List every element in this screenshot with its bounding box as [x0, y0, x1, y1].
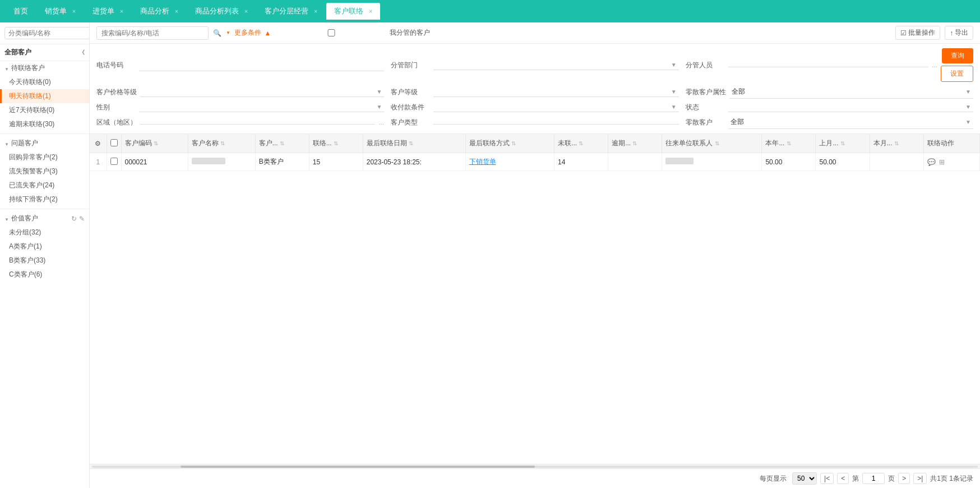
sidebar-search-input[interactable]	[4, 27, 90, 39]
filter-customer-type-select[interactable]	[433, 121, 678, 125]
page-next-btn[interactable]: >	[898, 473, 910, 484]
sidebar-lost-customers[interactable]: 已流失客户(24)	[0, 178, 89, 192]
filter-payment-select[interactable]: ▼	[433, 102, 678, 112]
more-filters-btn[interactable]: 更多条件 ▲	[226, 28, 271, 38]
sidebar-7day-contact[interactable]: 近7天待联络(0)	[0, 103, 89, 117]
main-layout: 🔍 全部客户 《 待联络客户 今天待联络(0) 明天待联络(1) 近7天待联络(…	[0, 22, 980, 488]
col-contact-label: 联络...	[313, 139, 332, 147]
col-code[interactable]: 客户编码 ⇅	[121, 134, 188, 153]
my-customers-checkbox-label[interactable]: 我分管的客户	[275, 28, 430, 38]
nav-product-analysis-close[interactable]: ×	[175, 8, 178, 15]
sidebar-tomorrow-contact[interactable]: 明天待联络(1)	[0, 89, 89, 103]
nav-product-analysis-list[interactable]: 商品分析列表 ×	[187, 3, 256, 20]
col-last-date[interactable]: 最后联络日期 ⇅	[363, 134, 465, 153]
filter-region-select[interactable]	[140, 121, 375, 125]
filter-gender-select[interactable]: ▼	[139, 102, 384, 112]
horizontal-scrollbar[interactable]	[90, 464, 980, 468]
col-last-method[interactable]: 最后联络方式 ⇅	[465, 134, 554, 153]
col-action[interactable]: 联络动作	[923, 134, 979, 153]
page-first-btn[interactable]: |<	[820, 473, 834, 484]
scrollbar-thumb[interactable]	[181, 466, 535, 468]
filter-customer-level-select[interactable]: ▼	[433, 87, 678, 97]
value-group-icon-edit[interactable]: ✎	[79, 215, 85, 223]
sidebar-loss-warning[interactable]: 流失预警客户(3)	[0, 164, 89, 178]
row-contacts	[662, 153, 762, 171]
export-btn[interactable]: ↑ 导出	[945, 26, 973, 40]
filter-retail-customer-select[interactable]: 全部 ▼	[728, 116, 973, 129]
col-gear[interactable]: ⚙	[90, 134, 107, 153]
nav-tier-close[interactable]: ×	[314, 8, 317, 15]
select-all-checkbox[interactable]	[110, 139, 118, 146]
nav-home[interactable]: 首页	[6, 3, 36, 20]
col-contact[interactable]: 联络... ⇅	[309, 134, 363, 153]
filter-person-select[interactable]	[728, 63, 928, 67]
nav-customer-contact[interactable]: 客户联络 ×	[326, 3, 380, 20]
sidebar-declining-customers[interactable]: 持续下滑客户(2)	[0, 192, 89, 206]
col-contacts[interactable]: 往来单位联系人 ⇅	[662, 134, 762, 153]
filter-dept-select[interactable]: ▼	[433, 60, 678, 70]
row-checkbox[interactable]	[110, 158, 118, 165]
sidebar-pending-group[interactable]: 待联络客户	[0, 61, 89, 75]
row-action-icons: 💬 ⊞	[927, 158, 976, 166]
col-name[interactable]: 客户名称 ⇅	[188, 134, 255, 153]
retail-customer-caret-icon: ▼	[965, 119, 971, 125]
nav-purchase[interactable]: 进货单 ×	[85, 3, 131, 20]
nav-product-list-close[interactable]: ×	[244, 8, 248, 15]
right-actions: ☑ 批量操作 ↑ 导出	[895, 26, 973, 40]
pending-group-label: 待联络客户	[11, 63, 45, 73]
search-input[interactable]	[96, 26, 209, 40]
nav-customer-tier[interactable]: 客户分层经营 ×	[257, 3, 325, 20]
col-overdue[interactable]: 逾期... ⇅	[608, 134, 662, 153]
nav-product-analysis[interactable]: 商品分析 ×	[132, 3, 186, 20]
filter-phone-input[interactable]	[139, 59, 384, 71]
sidebar-repurchase-abnormal[interactable]: 回购异常客户(2)	[0, 150, 89, 164]
filter-person-more[interactable]: …	[932, 62, 937, 68]
col-overdue-label: 逾期...	[612, 139, 631, 147]
col-this-year-label: 本年...	[765, 139, 784, 147]
sidebar-problem-group[interactable]: 问题客户	[0, 136, 89, 150]
sidebar-today-contact[interactable]: 今天待联络(0)	[0, 75, 89, 89]
col-type[interactable]: 客户... ⇅	[255, 134, 309, 153]
col-this-month[interactable]: 本月... ⇅	[870, 134, 923, 153]
col-checkbox[interactable]	[107, 134, 121, 153]
filter-status-select[interactable]: ▼	[728, 102, 973, 112]
action-comment-icon[interactable]: 💬	[927, 158, 936, 166]
set-button[interactable]: 设置	[941, 66, 973, 82]
page-prev-btn[interactable]: <	[837, 473, 849, 484]
value-group-icon-refresh[interactable]: ↻	[71, 215, 77, 223]
my-customers-checkbox[interactable]	[275, 29, 387, 36]
page-last-btn[interactable]: >|	[913, 473, 927, 484]
filter-price-level-select[interactable]: ▼	[140, 87, 384, 97]
top-nav: 首页 销货单 × 进货单 × 商品分析 × 商品分析列表 × 客户分层经营 × …	[0, 0, 980, 22]
filter-retail-attr-select[interactable]: 全部 ▼	[729, 85, 973, 99]
filter-region-more[interactable]: …	[378, 119, 384, 126]
col-last-month[interactable]: 上月... ⇅	[816, 134, 870, 153]
col-uncontacted[interactable]: 未联... ⇅	[554, 134, 608, 153]
code-sort-icon: ⇅	[154, 140, 158, 146]
sidebar-ungrouped[interactable]: 未分组(32)	[0, 225, 89, 240]
action-grid-icon[interactable]: ⊞	[939, 158, 945, 166]
nav-sales-close[interactable]: ×	[72, 8, 76, 15]
row-overdue	[608, 153, 662, 171]
row-checkbox-cell[interactable]	[107, 153, 121, 171]
per-page-select[interactable]: 50	[792, 472, 817, 485]
row-last-method-link[interactable]: 下销货单	[469, 158, 496, 165]
sidebar-value-group[interactable]: 价值客户 ↻ ✎	[0, 211, 89, 225]
filter-search-icon[interactable]: 🔍	[213, 29, 221, 37]
nav-contact-close[interactable]: ×	[369, 8, 372, 15]
page-number-input[interactable]	[862, 473, 885, 484]
nav-sales[interactable]: 销货单 ×	[37, 3, 84, 20]
sidebar-b-class[interactable]: B类客户(33)	[0, 254, 89, 268]
nav-purchase-close[interactable]: ×	[120, 8, 123, 15]
sidebar-all-customers[interactable]: 全部客户 《	[0, 44, 89, 61]
sidebar-c-class[interactable]: C类客户(6)	[0, 268, 89, 282]
sidebar-collapse-icon[interactable]: 《	[79, 49, 85, 57]
row-code: 000021	[121, 153, 188, 171]
query-button[interactable]: 查询	[942, 48, 973, 63]
row-last-method[interactable]: 下销货单	[465, 153, 554, 171]
batch-op-btn[interactable]: ☑ 批量操作	[895, 26, 940, 40]
col-this-year[interactable]: 本年... ⇅	[762, 134, 816, 153]
sidebar-overdue-contact[interactable]: 逾期未联络(30)	[0, 117, 89, 131]
row-last-date: 2023-05-23 18:25:	[363, 153, 465, 171]
sidebar-a-class[interactable]: A类客户(1)	[0, 240, 89, 254]
